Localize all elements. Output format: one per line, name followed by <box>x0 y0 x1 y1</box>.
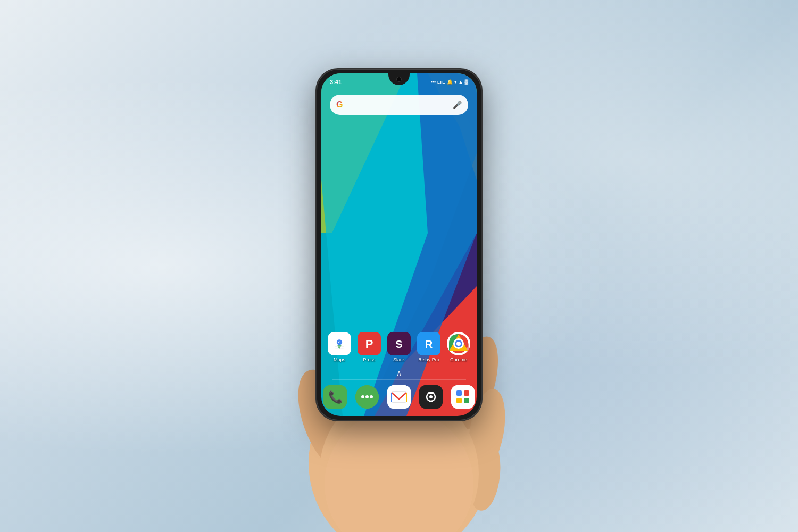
maps-icon[interactable] <box>328 332 351 355</box>
search-input-area[interactable] <box>347 95 448 115</box>
home-content: Maps P Press <box>321 119 477 416</box>
app-item-slack[interactable]: S Slack <box>387 332 411 362</box>
svg-point-35 <box>365 395 369 398</box>
slack-label: Slack <box>393 357 405 362</box>
app-row: Maps P Press <box>321 328 477 367</box>
signal-icon: ▲ <box>459 79 463 85</box>
google-search-bar[interactable]: G 🎤 <box>330 95 468 115</box>
dock-messages-icon[interactable] <box>355 385 379 409</box>
app-drawer-arrow[interactable]: ∧ <box>321 367 477 379</box>
scene: 3:41 ▪▪▪ LTE 🔔 ▾ ▲ ▓ G 🎤 <box>255 37 543 495</box>
google-logo: G <box>336 100 343 110</box>
press-icon[interactable]: P <box>358 332 381 355</box>
slack-icon[interactable]: S <box>387 332 411 355</box>
app-item-press[interactable]: P Press <box>358 332 381 362</box>
status-icons-group: ▪▪▪ LTE 🔔 ▾ ▲ ▓ <box>430 79 468 85</box>
relay-label: Relay Pro <box>418 357 439 362</box>
dock-camera-icon[interactable] <box>419 385 443 409</box>
svg-point-30 <box>456 342 461 346</box>
phone-device: 3:41 ▪▪▪ LTE 🔔 ▾ ▲ ▓ G 🎤 <box>317 69 481 420</box>
dock-bar: 📞 <box>321 380 477 416</box>
status-time: 3:41 <box>330 79 342 85</box>
app-item-maps[interactable]: Maps <box>328 332 351 362</box>
dock-phone-icon[interactable]: 📞 <box>323 385 347 409</box>
press-label: Press <box>363 357 375 362</box>
app-item-relay[interactable]: R Relay Pro <box>417 332 440 362</box>
svg-point-43 <box>429 395 433 398</box>
svg-rect-48 <box>456 398 462 403</box>
microphone-icon[interactable]: 🎤 <box>453 101 462 109</box>
chrome-icon[interactable] <box>447 332 470 355</box>
relay-icon[interactable]: R <box>417 332 440 355</box>
svg-point-34 <box>361 395 364 398</box>
battery-level-icon: ▓ <box>464 79 468 85</box>
svg-rect-38 <box>392 392 406 402</box>
dock-google-apps-icon[interactable] <box>451 385 475 409</box>
dock-gmail-icon[interactable] <box>387 385 411 409</box>
svg-rect-45 <box>451 385 475 409</box>
svg-text:S: S <box>395 338 402 350</box>
svg-rect-46 <box>456 390 462 396</box>
svg-point-36 <box>370 395 373 398</box>
lte-icon: LTE <box>437 80 445 85</box>
svg-text:📞: 📞 <box>328 390 343 404</box>
svg-rect-47 <box>464 390 469 396</box>
chrome-label: Chrome <box>450 357 467 362</box>
svg-rect-49 <box>464 398 469 403</box>
phone-screen: 3:41 ▪▪▪ LTE 🔔 ▾ ▲ ▓ G 🎤 <box>321 73 477 416</box>
app-item-chrome[interactable]: Chrome <box>447 332 470 362</box>
battery-icon: ▪▪▪ <box>430 79 436 85</box>
search-bar-container: G 🎤 <box>321 90 477 119</box>
maps-label: Maps <box>334 357 345 362</box>
notification-bell-icon: 🔔 <box>447 79 453 85</box>
svg-rect-44 <box>428 392 434 394</box>
svg-text:R: R <box>425 338 433 350</box>
svg-text:P: P <box>365 337 373 351</box>
wifi-icon: ▾ <box>454 79 457 85</box>
